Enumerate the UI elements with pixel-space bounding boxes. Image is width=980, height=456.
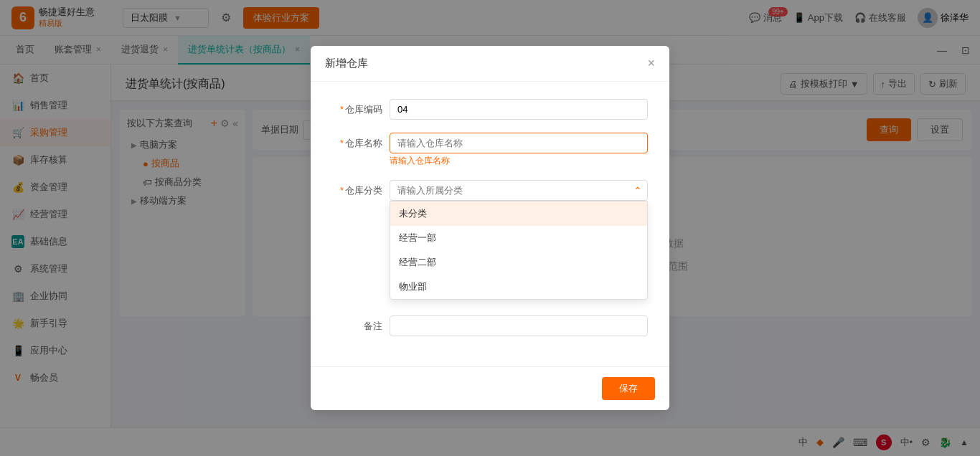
name-form-item: 仓库名称 请输入仓库名称 [332, 133, 648, 167]
dropdown-item-1[interactable]: 经营一部 [390, 226, 647, 250]
notes-input[interactable] [390, 315, 648, 336]
notes-form-item: 备注 [332, 315, 648, 336]
modal-header: 新增仓库 × [311, 46, 669, 82]
save-button[interactable]: 保存 [602, 377, 655, 400]
modal-close-button[interactable]: × [647, 56, 655, 71]
name-input-wrap: 请输入仓库名称 [390, 133, 648, 167]
dropdown-label-0: 未分类 [399, 208, 427, 219]
modal-body: 仓库编码 仓库名称 请输入仓库名称 仓库分类 ⌃ [311, 82, 669, 366]
category-dropdown: 未分类 经营一部 经营二部 物业部 [390, 201, 648, 300]
dropdown-item-2[interactable]: 经营二部 [390, 250, 647, 275]
modal: 新增仓库 × 仓库编码 仓库名称 请输入仓库名称 仓库分类 [311, 46, 669, 410]
category-select-wrap: ⌃ 未分类 经营一部 经营二部 物业部 [390, 180, 648, 201]
category-form-item: 仓库分类 ⌃ 未分类 经营一部 经营二部 [332, 180, 648, 201]
dropdown-label-1: 经营一部 [399, 232, 436, 243]
modal-overlay: 新增仓库 × 仓库编码 仓库名称 请输入仓库名称 仓库分类 [0, 0, 980, 456]
dropdown-label-2: 经营二部 [399, 257, 436, 267]
notes-input-wrap [390, 315, 648, 336]
code-input[interactable] [390, 99, 648, 120]
code-form-item: 仓库编码 [332, 99, 648, 120]
notes-label: 备注 [332, 315, 390, 333]
modal-title: 新增仓库 [325, 57, 368, 70]
dropdown-item-0[interactable]: 未分类 [390, 201, 647, 226]
category-label: 仓库分类 [332, 180, 390, 197]
code-label: 仓库编码 [332, 99, 390, 116]
category-input[interactable] [390, 180, 648, 201]
modal-footer: 保存 [311, 366, 669, 410]
dropdown-label-3: 物业部 [399, 281, 427, 292]
name-label: 仓库名称 [332, 133, 390, 150]
code-input-wrap [390, 99, 648, 120]
name-error-msg: 请输入仓库名称 [390, 155, 648, 167]
dropdown-item-3[interactable]: 物业部 [390, 275, 647, 299]
name-input[interactable] [390, 133, 648, 153]
